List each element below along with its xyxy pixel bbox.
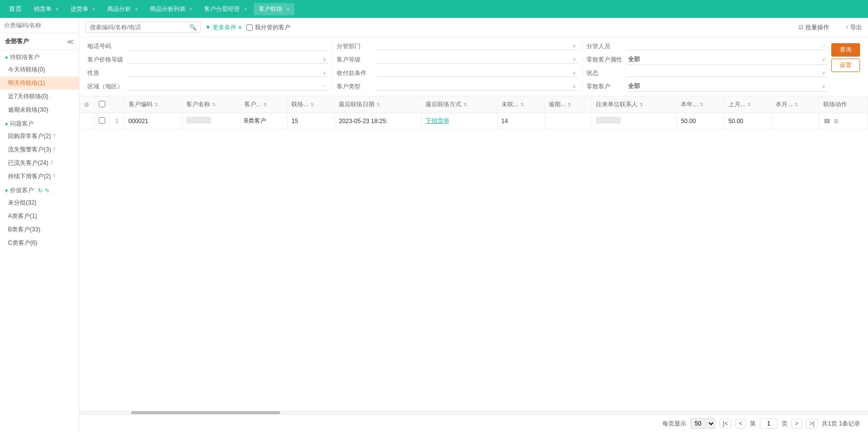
row-uncontacted: 14 [497, 113, 544, 129]
row-checkbox [94, 113, 109, 129]
filter-phone-input[interactable] [127, 42, 328, 51]
th-code: 客户编码 ⇅ [124, 96, 182, 113]
sidebar-item-repurchase-abnormal[interactable]: 回购异常客户(2) ? [0, 130, 79, 143]
scroll-thumb [131, 411, 280, 414]
filter-dept: 分管部门 ∨ [337, 42, 578, 51]
filter-level-select[interactable]: ∨ [376, 56, 578, 64]
sidebar-item-declining[interactable]: 持续下滑客户(2) ? [0, 170, 79, 183]
export-button[interactable]: ↑ 导出 [845, 23, 862, 32]
sort-last-month-icon[interactable]: ⇅ [747, 102, 751, 107]
search-submit-icon[interactable]: 🔍 [189, 24, 197, 31]
nav-close-product-analysis[interactable]: × [135, 6, 138, 12]
sidebar-all-customers[interactable]: 全部客户 ≪ [0, 33, 79, 50]
page-size-select[interactable]: 50 100 [690, 418, 716, 429]
sidebar-item-churned[interactable]: 已流失客户(24) ? [0, 156, 79, 170]
more-filter-button[interactable]: ▼ 更多条件 ∧ [205, 23, 242, 32]
sidebar-item-class-b[interactable]: B类客户(33) [0, 223, 79, 236]
prev-page-button[interactable]: < [735, 419, 746, 429]
filter-retail-customer-select[interactable]: 全部 ∨ [626, 81, 827, 92]
sidebar-collapse-icon[interactable]: ≪ [67, 38, 74, 46]
sort-this-year-icon[interactable]: ⇅ [700, 102, 704, 107]
th-type: 客户... ⇅ [240, 96, 287, 113]
sidebar-section-value: ▾ 价值客户 ↻ ✎ [0, 183, 79, 196]
my-customers-checkbox[interactable] [246, 24, 253, 31]
first-page-button[interactable]: |< [720, 419, 731, 429]
edit-icon[interactable]: ✎ [45, 187, 50, 194]
filter-status-select[interactable]: ∨ [626, 69, 827, 77]
row-last-contact-date: 2023-05-23 18:25: [335, 113, 421, 129]
nav-customer-tiered[interactable]: 客户分层经营 × [199, 3, 252, 15]
nav-sales[interactable]: 销货单 × [29, 3, 64, 15]
nav-purchase[interactable]: 进货单 × [66, 3, 100, 15]
row-overdue [544, 113, 591, 129]
nav-product-analysis-list[interactable]: 商品分析列表 × [145, 3, 198, 15]
last-contact-method-link[interactable]: 下销货单 [426, 117, 449, 124]
sidebar-item-overdue[interactable]: 逾期未联络(30) [0, 103, 79, 117]
filter-price-select[interactable]: ∨ [127, 56, 328, 64]
action-grid-icon[interactable]: ⊞ [834, 118, 839, 125]
sidebar-item-tomorrow[interactable]: 明天待联络(1) [0, 76, 79, 90]
filter-retail-attr-select[interactable]: 全部 ∨ [626, 54, 827, 65]
th-this-month: 本月... ⇅ [772, 96, 819, 113]
filter-manager-select[interactable]: ··· [626, 42, 827, 50]
filter-phone: 电话号码 [87, 42, 328, 51]
sort-method-icon[interactable]: ⇅ [463, 102, 467, 107]
sort-overdue-icon[interactable]: ⇅ [568, 102, 572, 107]
refresh-icon[interactable]: ↻ [38, 187, 43, 194]
filter-nature-select[interactable]: ∨ [127, 69, 328, 77]
row-select-checkbox[interactable] [99, 117, 105, 124]
price-chevron-icon: ∨ [323, 57, 326, 62]
filter-payment-select[interactable]: ∨ [376, 69, 578, 77]
sort-code-icon[interactable]: ⇅ [154, 102, 158, 107]
sort-name-icon[interactable]: ⇅ [212, 102, 216, 107]
filter-price-level: 客户价格等级 ∨ [87, 56, 328, 64]
nav-home[interactable]: 首页 [4, 2, 27, 15]
sidebar-item-churn-warning[interactable]: 流失预警客户(3) ? [0, 143, 79, 156]
last-page-button[interactable]: >| [806, 419, 818, 429]
row-action: ☎ ⊞ [819, 113, 868, 129]
nav-customer-contact[interactable]: 客户联络 × [254, 3, 294, 15]
sort-contact-count-icon[interactable]: ⇅ [310, 102, 314, 107]
content-area: 🔍 ▼ 更多条件 ∧ 我分管的客户 ☑ 批量操作 ↑ 导出 [79, 18, 868, 432]
next-page-button[interactable]: > [792, 419, 802, 429]
gear-icon[interactable]: ⚙ [84, 101, 89, 108]
select-all-checkbox[interactable] [99, 101, 105, 107]
filter-manager: 分管人员 ··· [586, 42, 827, 51]
th-last-contact-date: 最后联络日期 ⇅ [335, 96, 421, 113]
nav-close-product-analysis-list[interactable]: × [190, 6, 193, 12]
row-type: B类客户 [240, 113, 287, 129]
batch-operation-button[interactable]: ☑ 批量操作 [798, 23, 829, 32]
search-input[interactable] [90, 24, 189, 31]
sort-type-icon[interactable]: ⇅ [263, 102, 267, 107]
th-gear: ⚙ [79, 96, 94, 113]
filter-customer-type-select[interactable]: ∨ [376, 82, 578, 90]
query-button[interactable]: 查询 [831, 43, 860, 57]
sort-uncontacted-icon[interactable]: ⇅ [520, 102, 524, 107]
nav-product-analysis[interactable]: 商品分析 × [102, 3, 143, 15]
nav-close-sales[interactable]: × [56, 6, 59, 12]
sort-this-month-icon[interactable]: ⇅ [795, 102, 798, 107]
filter-customer-level: 客户等级 ∨ [337, 56, 578, 64]
row-code: 000021 [124, 113, 182, 129]
action-phone-icon[interactable]: ☎ [823, 118, 831, 125]
filter-dept-select[interactable]: ∨ [376, 42, 578, 50]
nav-close-purchase[interactable]: × [92, 6, 95, 12]
sort-date-icon[interactable]: ⇅ [376, 102, 380, 107]
sidebar-item-ungrouped[interactable]: 未分组(32) [0, 196, 79, 210]
sidebar-item-class-a[interactable]: A类客户(1) [0, 210, 79, 223]
nav-close-customer-tiered[interactable]: × [244, 6, 247, 12]
horizontal-scrollbar[interactable] [79, 411, 868, 415]
set-button[interactable]: 设置 [831, 59, 860, 72]
sidebar-item-7days[interactable]: 近7天待联络(0) [0, 90, 79, 103]
sidebar-item-class-c[interactable]: C类客户(6) [0, 236, 79, 250]
row-contact-count: 15 [288, 113, 335, 129]
sidebar-item-today[interactable]: 今天待联络(0) [0, 63, 79, 76]
filter-area-select[interactable]: ··· [127, 82, 328, 90]
sort-company-contact-icon[interactable]: ⇅ [640, 102, 644, 107]
manager-dots: ··· [821, 43, 825, 49]
customer-table: ⚙ 客户编码 ⇅ [79, 96, 868, 129]
th-company-contact: 往来单位联系人 ⇅ [592, 96, 677, 113]
nav-close-customer-contact[interactable]: × [287, 6, 289, 12]
page-number-input[interactable] [760, 419, 778, 429]
sidebar-search-input[interactable] [4, 22, 78, 29]
